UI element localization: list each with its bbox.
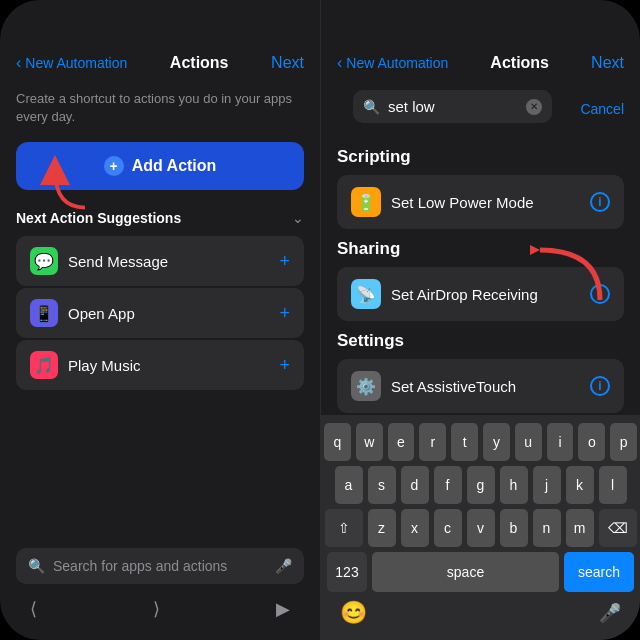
key-x[interactable]: x bbox=[401, 509, 429, 547]
set-assistivetouch-label: Set AssistiveTouch bbox=[391, 378, 516, 395]
key-o[interactable]: o bbox=[578, 423, 605, 461]
list-item[interactable]: 💬 Send Message + bbox=[16, 236, 304, 286]
left-panel: ‹ New Automation Actions Next Create a s… bbox=[0, 0, 320, 640]
suggestion-list: 💬 Send Message + 📱 Open App + 🎵 Play Mus… bbox=[16, 236, 304, 390]
left-next-btn[interactable]: Next bbox=[271, 54, 304, 72]
right-search-icon: 🔍 bbox=[363, 99, 380, 115]
send-message-label: Send Message bbox=[68, 253, 168, 270]
left-nav-back[interactable]: ‹ New Automation bbox=[16, 54, 127, 72]
key-b[interactable]: b bbox=[500, 509, 528, 547]
send-message-icon: 💬 bbox=[30, 247, 58, 275]
forward-media-icon[interactable]: ⟩ bbox=[153, 598, 160, 620]
right-back-label: New Automation bbox=[346, 55, 448, 71]
microphone-icon[interactable]: 🎤 bbox=[275, 558, 292, 574]
key-a[interactable]: a bbox=[335, 466, 363, 504]
play-music-label: Play Music bbox=[68, 357, 141, 374]
set-low-power-info-btn[interactable]: i bbox=[590, 192, 610, 212]
keyboard-extra-row: 😊 🎤 bbox=[324, 596, 637, 636]
add-send-message-icon[interactable]: + bbox=[279, 251, 290, 272]
key-u[interactable]: u bbox=[515, 423, 542, 461]
key-k[interactable]: k bbox=[566, 466, 594, 504]
key-m[interactable]: m bbox=[566, 509, 594, 547]
scripting-category: Scripting bbox=[337, 147, 624, 167]
chevron-down-icon[interactable]: ⌄ bbox=[292, 210, 304, 226]
emoji-button[interactable]: 😊 bbox=[340, 600, 367, 626]
right-results: Scripting 🔋 Set Low Power Mode i Sharing… bbox=[321, 137, 640, 415]
right-search-bar[interactable]: 🔍 set low ✕ bbox=[353, 90, 552, 123]
key-e[interactable]: e bbox=[388, 423, 415, 461]
add-action-label: Add Action bbox=[132, 157, 217, 175]
search-icon: 🔍 bbox=[28, 558, 45, 574]
keyboard-row-3: ⇧ z x c v b n m ⌫ bbox=[324, 509, 637, 547]
key-d[interactable]: d bbox=[401, 466, 429, 504]
set-assistivetouch-info-btn[interactable]: i bbox=[590, 376, 610, 396]
media-controls: ⟨ ⟩ ▶ bbox=[0, 592, 320, 640]
key-y[interactable]: y bbox=[483, 423, 510, 461]
key-v[interactable]: v bbox=[467, 509, 495, 547]
set-airdrop-label: Set AirDrop Receiving bbox=[391, 286, 538, 303]
list-item[interactable]: ⚙️ Set AssistiveTouch i bbox=[337, 359, 624, 413]
list-item[interactable]: 📡 Set AirDrop Receiving i bbox=[337, 267, 624, 321]
cancel-button[interactable]: Cancel bbox=[574, 101, 624, 117]
settings-category: Settings bbox=[337, 331, 624, 351]
right-next-btn[interactable]: Next bbox=[591, 54, 624, 72]
key-j[interactable]: j bbox=[533, 466, 561, 504]
set-low-power-label: Set Low Power Mode bbox=[391, 194, 534, 211]
left-back-label: New Automation bbox=[25, 55, 127, 71]
key-w[interactable]: w bbox=[356, 423, 383, 461]
space-key[interactable]: space bbox=[372, 552, 559, 592]
backspace-key[interactable]: ⌫ bbox=[599, 509, 637, 547]
list-item[interactable]: 📱 Open App + bbox=[16, 288, 304, 338]
key-g[interactable]: g bbox=[467, 466, 495, 504]
key-t[interactable]: t bbox=[451, 423, 478, 461]
set-airdrop-info-btn[interactable]: i bbox=[590, 284, 610, 304]
key-i[interactable]: i bbox=[547, 423, 574, 461]
open-app-icon: 📱 bbox=[30, 299, 58, 327]
sharing-category: Sharing bbox=[337, 239, 624, 259]
right-title: Actions bbox=[490, 54, 549, 72]
key-s[interactable]: s bbox=[368, 466, 396, 504]
left-search-placeholder: Search for apps and actions bbox=[53, 558, 267, 574]
key-n[interactable]: n bbox=[533, 509, 561, 547]
num-key[interactable]: 123 bbox=[327, 552, 367, 592]
key-q[interactable]: q bbox=[324, 423, 351, 461]
play-media-icon[interactable]: ▶ bbox=[276, 598, 290, 620]
left-top-bar: ‹ New Automation Actions Next bbox=[0, 0, 320, 82]
add-open-app-icon[interactable]: + bbox=[279, 303, 290, 324]
back-media-icon[interactable]: ⟨ bbox=[30, 598, 37, 620]
right-nav-back[interactable]: ‹ New Automation bbox=[337, 54, 448, 72]
keyboard: q w e r t y u i o p a s d f g h j k l ⇧ … bbox=[321, 415, 640, 640]
key-c[interactable]: c bbox=[434, 509, 462, 547]
suggestion-send-message-left: 💬 Send Message bbox=[30, 247, 168, 275]
list-item[interactable]: 🔋 Set Low Power Mode i bbox=[337, 175, 624, 229]
left-title: Actions bbox=[170, 54, 229, 72]
key-f[interactable]: f bbox=[434, 466, 462, 504]
set-airdrop-icon: 📡 bbox=[351, 279, 381, 309]
left-search-bar[interactable]: 🔍 Search for apps and actions 🎤 bbox=[16, 548, 304, 584]
set-assistivetouch-left: ⚙️ Set AssistiveTouch bbox=[351, 371, 516, 401]
open-app-label: Open App bbox=[68, 305, 135, 322]
set-assistivetouch-icon: ⚙️ bbox=[351, 371, 381, 401]
red-arrow-overlay bbox=[30, 155, 110, 219]
set-airdrop-left: 📡 Set AirDrop Receiving bbox=[351, 279, 538, 309]
set-low-power-icon: 🔋 bbox=[351, 187, 381, 217]
keyboard-mic-button[interactable]: 🎤 bbox=[599, 602, 621, 624]
shift-key[interactable]: ⇧ bbox=[325, 509, 363, 547]
play-music-icon: 🎵 bbox=[30, 351, 58, 379]
key-h[interactable]: h bbox=[500, 466, 528, 504]
set-low-power-left: 🔋 Set Low Power Mode bbox=[351, 187, 534, 217]
left-content: Create a shortcut to actions you do in y… bbox=[0, 82, 320, 548]
key-r[interactable]: r bbox=[419, 423, 446, 461]
keyboard-bottom-row: 123 space search bbox=[324, 552, 637, 592]
keyboard-row-2: a s d f g h j k l bbox=[324, 466, 637, 504]
add-play-music-icon[interactable]: + bbox=[279, 355, 290, 376]
right-panel: ‹ New Automation Actions Next 🔍 set low … bbox=[320, 0, 640, 640]
search-key[interactable]: search bbox=[564, 552, 634, 592]
suggestion-play-music-left: 🎵 Play Music bbox=[30, 351, 141, 379]
key-l[interactable]: l bbox=[599, 466, 627, 504]
right-search-input[interactable]: set low bbox=[388, 98, 518, 115]
clear-search-button[interactable]: ✕ bbox=[526, 99, 542, 115]
key-p[interactable]: p bbox=[610, 423, 637, 461]
key-z[interactable]: z bbox=[368, 509, 396, 547]
list-item[interactable]: 🎵 Play Music + bbox=[16, 340, 304, 390]
